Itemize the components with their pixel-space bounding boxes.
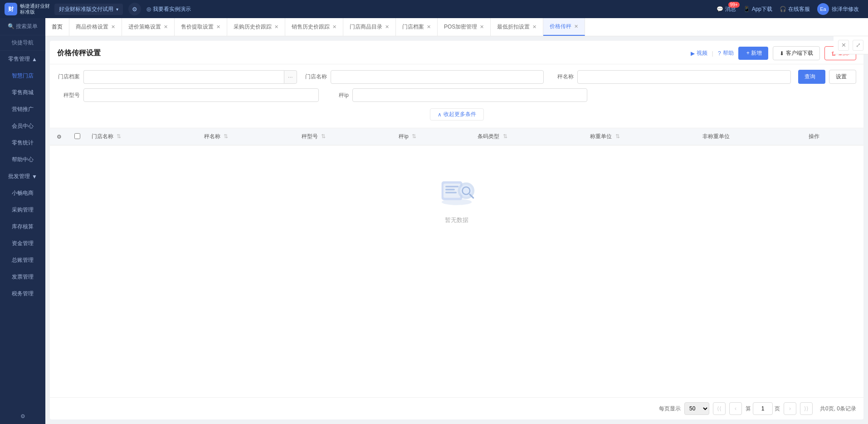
tab-sale-history[interactable]: 销售历史价跟踪 ✕ [285, 18, 343, 36]
video-link[interactable]: ▶ 视频 [691, 49, 707, 57]
sidebar-item-fund-mgmt[interactable]: 资金管理 [0, 235, 45, 252]
tab-close-purchase-strategy[interactable]: ✕ [164, 24, 168, 30]
page-last-btn[interactable]: ⟩⟩ [800, 402, 813, 415]
collapse-btn[interactable]: ∧ 收起更多条件 [430, 108, 484, 120]
sidebar-search[interactable]: 🔍 搜索菜单 [0, 18, 45, 35]
store-name-input[interactable] [331, 70, 544, 84]
page-header: 价格传秤设置 ▶ 视频 | ? 帮助 + 新增 [50, 41, 863, 64]
tab-close-store-file[interactable]: ✕ [427, 24, 431, 30]
play-icon: ◎ [146, 6, 151, 12]
tab-close-store-catalog[interactable]: ✕ [385, 24, 389, 30]
tab-close-sale-extraction[interactable]: ✕ [216, 24, 220, 30]
scale-name-input[interactable] [577, 70, 791, 84]
sort-icon: ⇅ [412, 133, 416, 140]
store-file-group: 门店档案 ··· [57, 70, 297, 84]
scale-model-input[interactable] [83, 88, 319, 102]
store-file-input[interactable] [83, 70, 284, 84]
user-menu[interactable]: Ea 徐泽华修改 [817, 3, 859, 15]
page-inner: 价格传秤设置 ▶ 视频 | ? 帮助 + 新增 [50, 41, 863, 419]
tab-sale-extraction[interactable]: 售价提取设置 ✕ [175, 18, 227, 36]
scale-ip-input[interactable] [352, 88, 588, 102]
store-file-dotbtn[interactable]: ··· [284, 70, 297, 84]
sidebar-item-help-center[interactable]: 帮助中心 [0, 151, 45, 168]
sort-icon: ⇅ [117, 133, 121, 140]
sidebar-item-inventory[interactable]: 库存核算 [0, 218, 45, 235]
sidebar-item-general-ledger[interactable]: 总账管理 [0, 252, 45, 269]
online-service-btn[interactable]: 🎧 在线客服 [780, 5, 810, 13]
table-settings-icon: ⚙ [57, 134, 62, 140]
chevron-down-icon: ▾ [116, 7, 118, 12]
message-btn[interactable]: 💬 消息 99+ [717, 5, 736, 13]
sidebar-item-xiaochang-ecom[interactable]: 小畅电商 [0, 185, 45, 202]
version-label: 好业财标准版交付试用 [59, 5, 113, 13]
app-download-btn[interactable]: 📱 App下载 [743, 5, 772, 13]
demo-link[interactable]: ◎ 我要看实例演示 [146, 5, 191, 13]
tab-bar-actions: ✕ ⤢ [834, 36, 868, 54]
sidebar-item-invoice-mgmt[interactable]: 发票管理 [0, 269, 45, 285]
sidebar-settings-btn[interactable]: ⚙ [0, 409, 45, 424]
th-checkbox[interactable] [68, 128, 86, 145]
empty-icon [434, 173, 479, 209]
th-barcode-type: 条码类型 ⇅ [472, 128, 585, 145]
store-name-group: 门店名称 [304, 70, 544, 84]
page-first-btn[interactable]: ⟨⟨ [713, 402, 726, 415]
tab-close-min-discount[interactable]: ✕ [532, 24, 536, 30]
tab-close-sale-history[interactable]: ✕ [332, 24, 336, 30]
sidebar-item-purchase-mgmt[interactable]: 采购管理 [0, 202, 45, 218]
tab-close-price-scale[interactable]: ✕ [574, 24, 578, 29]
tab-close-pos-encryption[interactable]: ✕ [480, 24, 484, 30]
sidebar-item-marketing[interactable]: 营销推广 [0, 101, 45, 118]
th-settings[interactable]: ⚙ [50, 128, 68, 145]
sidebar-item-retail-stats[interactable]: 零售统计 [0, 135, 45, 151]
sidebar-item-tax-mgmt[interactable]: 税务管理 [0, 285, 45, 302]
scale-name-label: 秤名称 [551, 73, 574, 81]
tab-close-all-btn[interactable]: ✕ [838, 40, 849, 51]
tab-close-commodity-price[interactable]: ✕ [111, 24, 115, 30]
help-link[interactable]: ? 帮助 [718, 49, 734, 57]
header-right: 💬 消息 99+ 📱 App下载 🎧 在线客服 Ea 徐泽华修改 [717, 3, 863, 15]
download-client-button[interactable]: ⬇ 客户端下载 [773, 46, 820, 60]
sidebar-quick-nav[interactable]: 快捷导航 [0, 35, 45, 51]
avatar: Ea [817, 3, 829, 15]
tab-bar: 首页 商品价格设置 ✕ 进价策略设置 ✕ 售价提取设置 ✕ 采购历史价跟踪 ✕ [45, 18, 868, 36]
select-all-checkbox[interactable] [74, 133, 80, 139]
sidebar-item-member-center[interactable]: 会员中心 [0, 118, 45, 135]
tab-purchase-strategy[interactable]: 进价策略设置 ✕ [122, 18, 175, 36]
tab-commodity-price[interactable]: 商品价格设置 ✕ [69, 18, 122, 36]
total-info: 共0页, 0条记录 [820, 405, 856, 413]
tab-min-discount[interactable]: 最低折扣设置 ✕ [491, 18, 543, 36]
search-icon: 🔍 [8, 23, 15, 29]
tab-pos-encryption[interactable]: POS加密管理 ✕ [438, 18, 491, 36]
pagination-bar: 每页显示 10 20 50 100 ⟨⟨ ‹ 算 页 › ⟩⟩ [50, 397, 863, 419]
sidebar-item-retail-mgmt[interactable]: 零售管理 ▲ [0, 51, 45, 67]
scale-name-group: 秤名称 [551, 70, 791, 84]
sidebar-item-smart-shop[interactable]: 智慧门店 [0, 67, 45, 84]
page-number-input[interactable] [753, 402, 773, 415]
sidebar: 🔍 搜索菜单 快捷导航 零售管理 ▲ 智慧门店 零售商城 营销推广 会员中心 零… [0, 18, 45, 424]
tab-close-purchase-history[interactable]: ✕ [274, 24, 278, 30]
tab-price-scale[interactable]: 价格传秤 ✕ [543, 18, 585, 36]
tab-store-file[interactable]: 门店档案 ✕ [396, 18, 438, 36]
query-button[interactable]: 查询 [798, 70, 825, 84]
page-size-select[interactable]: 10 20 50 100 [684, 402, 709, 415]
app-logo: 财 畅捷通好业财标准版 [5, 3, 50, 15]
th-scale-name: 秤名称 ⇅ [199, 128, 296, 145]
add-button[interactable]: + 新增 [738, 47, 768, 60]
empty-state: 暂无数据 [50, 145, 863, 251]
tab-home[interactable]: 首页 [45, 18, 69, 36]
sidebar-item-wholesale-mgmt[interactable]: 批发管理 ▼ [0, 168, 45, 185]
page-prev-btn[interactable]: ‹ [729, 402, 742, 415]
tab-store-catalog[interactable]: 门店商品目录 ✕ [343, 18, 396, 36]
question-icon: ? [718, 50, 721, 57]
tab-purchase-history[interactable]: 采购历史价跟踪 ✕ [227, 18, 285, 36]
arrow-up-icon: ▲ [32, 56, 37, 63]
arrow-down-icon: ▼ [32, 173, 37, 180]
page-next-btn[interactable]: › [784, 402, 796, 415]
settings-btn[interactable]: ⚙ [128, 3, 141, 15]
message-icon: 💬 [717, 6, 723, 12]
settings-button[interactable]: 设置 [829, 70, 856, 84]
sidebar-item-retail-mall[interactable]: 零售商城 [0, 84, 45, 101]
tab-expand-btn[interactable]: ⤢ [853, 40, 863, 51]
version-selector[interactable]: 好业财标准版交付试用 ▾ [54, 4, 123, 15]
download-icon: 📱 [743, 6, 750, 12]
